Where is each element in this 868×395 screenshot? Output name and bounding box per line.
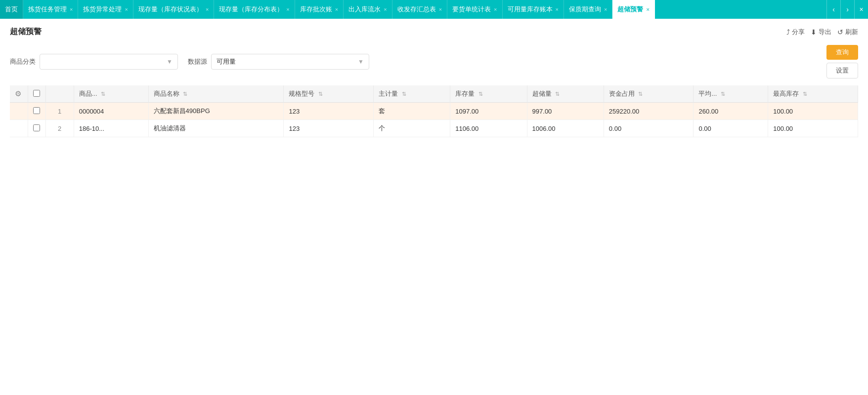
row-spec: 123 bbox=[284, 103, 374, 120]
nav-item-home[interactable]: 首页 bbox=[0, 0, 23, 19]
close-summary-icon[interactable]: × bbox=[439, 6, 442, 12]
nav-arrow-left[interactable]: ‹ bbox=[826, 0, 840, 19]
sort-spec-icon[interactable]: ⇅ bbox=[318, 91, 323, 97]
category-label: 商品分类 bbox=[10, 57, 36, 66]
nav-arrow-close[interactable]: × bbox=[854, 0, 868, 19]
col-unit: 主计量 ⇅ bbox=[374, 85, 450, 103]
export-button[interactable]: ⬇ 导出 bbox=[811, 28, 831, 37]
filter-row: 商品分类 ▼ 数据源 可用量 ▼ 查询 设置 bbox=[10, 45, 858, 79]
col-maxstock: 最高库存 ⇅ bbox=[768, 85, 858, 103]
sort-unit-icon[interactable]: ⇅ bbox=[402, 91, 406, 97]
sort-capital-icon[interactable]: ⇅ bbox=[638, 91, 643, 97]
row-unit: 套 bbox=[374, 103, 450, 120]
row-code: 186-10... bbox=[74, 120, 148, 137]
row-maxstock: 100.00 bbox=[768, 103, 858, 120]
datasource-label: 数据源 bbox=[188, 57, 207, 66]
row-name: 机油滤清器 bbox=[148, 120, 284, 137]
close-stock-status-icon[interactable]: × bbox=[206, 6, 209, 12]
nav-item-task[interactable]: 拣货任务管理 × bbox=[23, 0, 78, 19]
top-nav: 首页 拣货任务管理 × 拣货异常处理 × 现存量（库存状况表） × 现存量（库存… bbox=[0, 0, 868, 19]
row-name: 六配套新昌490BPG bbox=[148, 103, 284, 120]
nav-item-expiry[interactable]: 保质期查询 × bbox=[564, 0, 612, 19]
datasource-filter-group: 数据源 可用量 ▼ bbox=[188, 54, 369, 70]
row-stock: 1106.00 bbox=[450, 120, 527, 137]
page-content: 超储预警 ⤴ 分享 ⬇ 导出 ↺ 刷新 商品分类 ▼ 数据源 bbox=[0, 19, 868, 145]
filter-buttons: 查询 设置 bbox=[826, 45, 858, 79]
refresh-icon: ↺ bbox=[837, 28, 843, 36]
title-actions: ⤴ 分享 ⬇ 导出 ↺ 刷新 bbox=[786, 28, 858, 37]
close-batch-icon[interactable]: × bbox=[335, 6, 338, 12]
refresh-button[interactable]: ↺ 刷新 bbox=[837, 28, 858, 37]
row-overstock: 997.00 bbox=[527, 103, 604, 120]
sort-avg-icon[interactable]: ⇅ bbox=[721, 91, 725, 97]
nav-item-stock-dist[interactable]: 现存量（库存分布表） × bbox=[214, 0, 295, 19]
row-settings-cell bbox=[10, 120, 28, 137]
table-gear-icon[interactable]: ⚙ bbox=[15, 89, 21, 98]
col-code: 商品... ⇅ bbox=[74, 85, 148, 103]
nav-item-stock-status[interactable]: 现存量（库存状况表） × bbox=[133, 0, 214, 19]
col-capital: 资金占用 ⇅ bbox=[604, 85, 694, 103]
nav-item-abnormal[interactable]: 拣货异常处理 × bbox=[78, 0, 133, 19]
row-number: 1 bbox=[45, 103, 74, 120]
row-checkbox-1[interactable] bbox=[33, 124, 40, 131]
col-avg: 平均... ⇅ bbox=[694, 85, 768, 103]
row-capital: 259220.00 bbox=[604, 103, 694, 120]
settings-button[interactable]: 设置 bbox=[826, 63, 858, 79]
select-all-checkbox[interactable] bbox=[33, 90, 40, 97]
row-stock: 1097.00 bbox=[450, 103, 527, 120]
query-button[interactable]: 查询 bbox=[826, 45, 858, 60]
page-title-row: 超储预警 ⤴ 分享 ⬇ 导出 ↺ 刷新 bbox=[10, 27, 858, 37]
export-icon: ⬇ bbox=[811, 28, 817, 36]
col-stock: 库存量 ⇅ bbox=[450, 85, 527, 103]
nav-item-flow[interactable]: 出入库流水 × bbox=[344, 0, 392, 19]
category-select[interactable]: ▼ bbox=[40, 54, 178, 70]
data-table: ⚙ 商品... ⇅ 商品名称 ⇅ 规格型号 ⇅ bbox=[10, 85, 858, 137]
table-header-row: ⚙ 商品... ⇅ 商品名称 ⇅ 规格型号 ⇅ bbox=[10, 85, 858, 103]
close-order-stat-icon[interactable]: × bbox=[494, 6, 497, 12]
row-maxstock: 100.00 bbox=[768, 120, 858, 137]
sort-stock-icon[interactable]: ⇅ bbox=[478, 91, 483, 97]
nav-arrows: ‹ › × bbox=[826, 0, 868, 19]
col-checkbox bbox=[28, 85, 45, 103]
row-checkbox-cell[interactable] bbox=[28, 120, 45, 137]
category-arrow-icon: ▼ bbox=[167, 58, 173, 65]
table-row: 1 0000004 六配套新昌490BPG 123 套 1097.00 997.… bbox=[10, 103, 858, 120]
table-row: 2 186-10... 机油滤清器 123 个 1106.00 1006.00 … bbox=[10, 120, 858, 137]
row-checkbox-cell[interactable] bbox=[28, 103, 45, 120]
share-icon: ⤴ bbox=[786, 28, 790, 36]
sort-name-icon[interactable]: ⇅ bbox=[183, 91, 187, 97]
row-overstock: 1006.00 bbox=[527, 120, 604, 137]
close-abnormal-icon[interactable]: × bbox=[125, 6, 128, 12]
close-expiry-icon[interactable]: × bbox=[604, 6, 607, 12]
col-gear: ⚙ bbox=[10, 85, 28, 103]
row-avg: 0.00 bbox=[694, 120, 768, 137]
nav-arrow-right[interactable]: › bbox=[840, 0, 854, 19]
close-overstock-icon[interactable]: × bbox=[646, 6, 649, 12]
nav-item-overstock[interactable]: 超储预警 × bbox=[612, 0, 654, 19]
sort-code-icon[interactable]: ⇅ bbox=[101, 91, 105, 97]
row-checkbox-0[interactable] bbox=[33, 107, 40, 114]
nav-item-batch[interactable]: 库存批次账 × bbox=[295, 0, 344, 19]
datasource-arrow-icon: ▼ bbox=[358, 58, 364, 65]
close-stock-dist-icon[interactable]: × bbox=[286, 6, 289, 12]
category-filter-group: 商品分类 ▼ bbox=[10, 54, 178, 70]
col-rownum bbox=[45, 85, 74, 103]
share-button[interactable]: ⤴ 分享 bbox=[786, 28, 805, 37]
col-name: 商品名称 ⇅ bbox=[148, 85, 284, 103]
nav-item-order-stat[interactable]: 要货单统计表 × bbox=[447, 0, 502, 19]
row-unit: 个 bbox=[374, 120, 450, 137]
sort-maxstock-icon[interactable]: ⇅ bbox=[803, 91, 807, 97]
col-spec: 规格型号 ⇅ bbox=[284, 85, 374, 103]
datasource-select[interactable]: 可用量 ▼ bbox=[211, 54, 369, 70]
close-task-icon[interactable]: × bbox=[70, 6, 73, 12]
row-number: 2 bbox=[45, 120, 74, 137]
close-available-icon[interactable]: × bbox=[556, 6, 559, 12]
sort-overstock-icon[interactable]: ⇅ bbox=[555, 91, 560, 97]
nav-item-available[interactable]: 可用量库存账本 × bbox=[503, 0, 564, 19]
datasource-value: 可用量 bbox=[217, 57, 236, 66]
row-code: 0000004 bbox=[74, 103, 148, 120]
close-flow-icon[interactable]: × bbox=[384, 6, 387, 12]
col-overstock: 超储量 ⇅ bbox=[527, 85, 604, 103]
page-title: 超储预警 bbox=[10, 27, 42, 37]
nav-item-summary[interactable]: 收发存汇总表 × bbox=[392, 0, 447, 19]
